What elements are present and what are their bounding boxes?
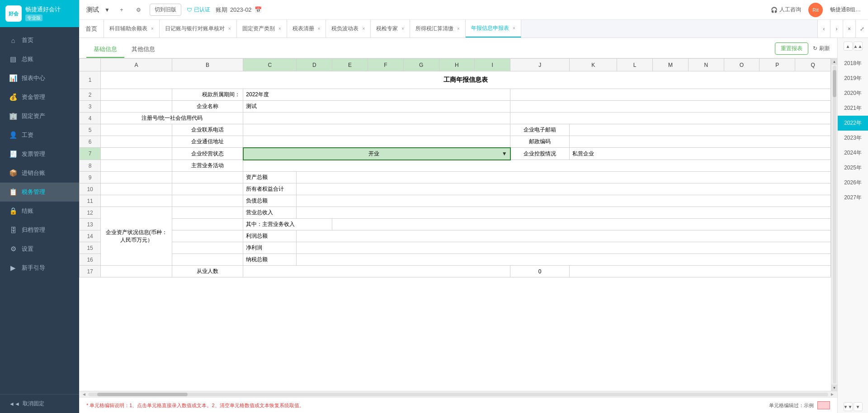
sidebar-item-report[interactable]: 📊 报表中心 xyxy=(0,69,79,88)
sidebar-item-invoice[interactable]: 🧾 发票管理 xyxy=(0,145,79,164)
tab-fixed-asset-category[interactable]: 固定资产类别 × xyxy=(237,20,287,38)
cell-2A[interactable] xyxy=(101,89,172,101)
cell-16C[interactable]: 纳税总额 xyxy=(243,254,297,266)
cell-7A[interactable] xyxy=(101,148,172,160)
cell-7C[interactable]: 开业 ▼ xyxy=(243,148,510,160)
spreadsheet-scroll-area[interactable]: A B C D E F G H I J xyxy=(79,58,831,391)
col-header-N[interactable]: N xyxy=(688,59,724,71)
service-btn[interactable]: 🎧 人工咨询 xyxy=(771,6,801,14)
cell-3C[interactable]: 测试 xyxy=(243,101,510,113)
cell-11D[interactable] xyxy=(297,195,831,207)
cell-13C[interactable]: 其中：主营业务收入 xyxy=(243,219,332,230)
col-header-H[interactable]: H xyxy=(439,59,475,71)
tab-close-icon[interactable]: × xyxy=(401,26,404,31)
col-header-D[interactable]: D xyxy=(297,59,332,71)
scroll-up-btn[interactable]: ▲ xyxy=(831,58,838,65)
col-header-E[interactable]: E xyxy=(332,59,368,71)
cell-2C[interactable]: 2022年度 xyxy=(243,89,510,101)
sub-tab-other[interactable]: 其他信息 xyxy=(124,42,162,58)
scroll-left-btn[interactable]: ◄ xyxy=(80,392,88,397)
year-down-icon[interactable]: ▼ xyxy=(854,402,863,411)
cell-15C[interactable]: 净利润 xyxy=(243,242,297,254)
col-header-O[interactable]: O xyxy=(724,59,760,71)
sidebar-item-wage[interactable]: 👤 工资 xyxy=(0,126,79,145)
cell-10A[interactable] xyxy=(101,183,172,195)
cell-17K[interactable] xyxy=(570,266,831,277)
tab-tax-expert[interactable]: 税检专家 × xyxy=(371,20,410,38)
tab-close-icon[interactable]: × xyxy=(513,26,515,31)
reset-report-btn[interactable]: 重置报表 xyxy=(775,42,808,55)
cell-10D[interactable] xyxy=(297,183,831,195)
sidebar-item-fund[interactable]: 💰 资金管理 xyxy=(0,88,79,107)
cell-11C[interactable]: 负债总额 xyxy=(243,195,297,207)
cell-14B[interactable] xyxy=(172,230,243,242)
cell-6A[interactable] xyxy=(101,136,172,148)
cell-4J[interactable] xyxy=(510,113,831,124)
col-header-M[interactable]: M xyxy=(653,59,689,71)
col-header-B[interactable]: B xyxy=(172,59,243,71)
refresh-btn[interactable]: ↻ 刷新 xyxy=(813,45,830,52)
cell-12A[interactable]: 企业资产状况信息(币种：人民币万元） xyxy=(101,207,172,266)
cell-6K[interactable] xyxy=(570,136,831,148)
cell-3B[interactable]: 企业名称 xyxy=(172,101,243,113)
tab-close-all[interactable]: × xyxy=(843,20,855,38)
col-header-C[interactable]: C xyxy=(243,59,297,71)
cell-8B[interactable]: 主营业务活动 xyxy=(172,160,243,172)
horizontal-scrollbar[interactable]: ◄ ► xyxy=(79,391,837,397)
sidebar-item-tax[interactable]: 📋 税务管理 xyxy=(0,183,79,202)
tab-close-icon[interactable]: × xyxy=(318,26,321,31)
sub-tab-basic[interactable]: 基础信息 xyxy=(86,42,124,58)
tab-close-icon[interactable]: × xyxy=(278,26,281,31)
col-header-J[interactable]: J xyxy=(510,59,570,71)
year-btn-2024[interactable]: 2024年 xyxy=(838,145,868,160)
year-btn-2019[interactable]: 2019年 xyxy=(838,71,868,86)
cell-17A[interactable] xyxy=(101,266,172,277)
cell-2J[interactable] xyxy=(510,89,831,101)
cell-11B[interactable] xyxy=(172,195,243,207)
cell-17C[interactable] xyxy=(243,266,510,277)
tab-tax-fluctuation[interactable]: 税负波动表 × xyxy=(326,20,371,38)
sidebar-item-stock[interactable]: 📦 进销台账 xyxy=(0,164,79,183)
cell-5K[interactable] xyxy=(570,124,831,136)
cell-13E[interactable] xyxy=(332,219,831,230)
cell-10B[interactable] xyxy=(172,183,243,195)
tab-nav-next[interactable]: › xyxy=(830,20,843,38)
sidebar-item-archive[interactable]: 🗄 归档管理 xyxy=(0,221,79,239)
col-header-P[interactable]: P xyxy=(760,59,795,71)
col-header-L[interactable]: L xyxy=(617,59,653,71)
tab-close-icon[interactable]: × xyxy=(228,26,231,31)
cell-9D[interactable] xyxy=(297,172,831,183)
cell-14D[interactable] xyxy=(297,230,831,242)
cell-15D[interactable] xyxy=(297,242,831,254)
cell-10C[interactable]: 所有者权益合计 xyxy=(243,183,297,195)
cell-12B[interactable] xyxy=(172,207,243,219)
add-btn[interactable]: + xyxy=(115,4,128,16)
cell-9C[interactable]: 资产总额 xyxy=(243,172,297,183)
year-top-icon[interactable]: ▲▲ xyxy=(854,42,863,51)
cell-9B[interactable] xyxy=(172,172,243,183)
cell-14C[interactable]: 利润总额 xyxy=(243,230,297,242)
cell-17J[interactable]: 0 xyxy=(510,266,570,277)
col-header-Q[interactable]: Q xyxy=(795,59,831,71)
year-btn-2023[interactable]: 2023年 xyxy=(838,131,868,145)
settings-btn[interactable]: ⚙ xyxy=(132,4,145,16)
cell-4A[interactable]: 注册号/统一社会信用代码 xyxy=(101,113,243,124)
cell-2B[interactable]: 税款所属期间： xyxy=(172,89,243,101)
tab-journal-bank[interactable]: 日记账与银行对账单核对 × xyxy=(160,20,237,38)
tab-tax-table[interactable]: 税表清册 × xyxy=(287,20,326,38)
cell-3J[interactable] xyxy=(510,101,831,113)
cell-7B[interactable]: 企业经营状态 xyxy=(172,148,243,160)
cell-12C[interactable]: 营业总收入 xyxy=(243,207,297,219)
cell-12D[interactable] xyxy=(297,207,831,219)
vertical-scrollbar[interactable]: ▲ ▼ xyxy=(831,58,837,391)
tab-nav-prev[interactable]: ‹ xyxy=(817,20,830,38)
year-btn-2026[interactable]: 2026年 xyxy=(838,175,868,190)
year-btn-2022[interactable]: 2022年 xyxy=(838,116,868,131)
cancel-fixed-btn[interactable]: ◄◄ 取消固定 xyxy=(9,400,70,408)
cell-7K[interactable]: 私营企业 xyxy=(570,148,831,160)
tab-close-icon[interactable]: × xyxy=(457,26,460,31)
cell-3A[interactable] xyxy=(101,101,172,113)
col-header-K[interactable]: K xyxy=(570,59,617,71)
cell-17B[interactable]: 从业人数 xyxy=(172,266,243,277)
sidebar-item-guide[interactable]: ▶ 新手引导 xyxy=(0,258,79,277)
